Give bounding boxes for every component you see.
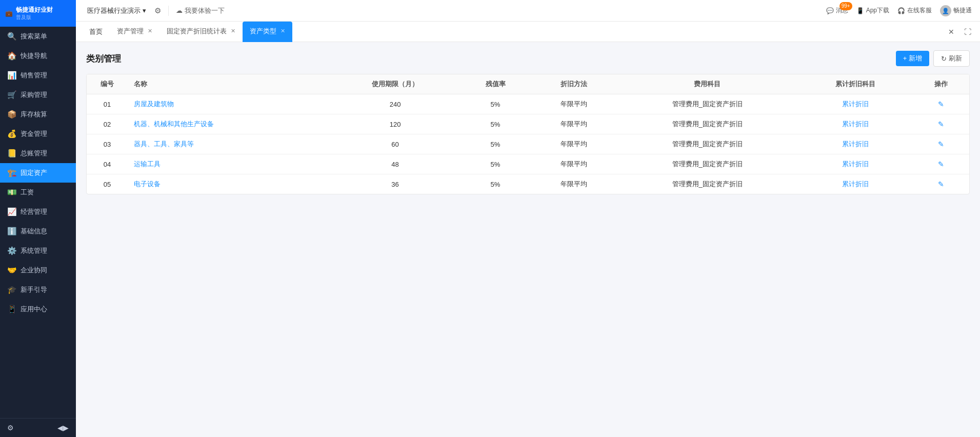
cell-action: ✎	[913, 114, 969, 134]
collapse-icon[interactable]: ◀▶	[57, 424, 69, 432]
cell-method: 年限平均	[531, 134, 616, 154]
service-icon: 🎧	[897, 7, 905, 14]
tab-depreciation[interactable]: 固定资产折旧统计表 ✕	[159, 22, 243, 42]
add-button[interactable]: + 新增	[896, 51, 929, 66]
cell-method: 年限平均	[531, 94, 616, 114]
tab-asset-type-close[interactable]: ✕	[281, 28, 285, 34]
cell-accumulated: 累计折旧	[798, 134, 913, 154]
app-download-label: App下载	[866, 6, 889, 15]
sidebar-menu: 🔍搜索菜单🏠快捷导航📊销售管理🛒采购管理📦库存核算💰资金管理📒总账管理🏗️固定资…	[0, 27, 76, 418]
edit-icon[interactable]: ✎	[938, 160, 944, 168]
edit-icon[interactable]: ✎	[938, 100, 944, 108]
cell-id: 04	[87, 154, 128, 174]
messages-badge: 99+	[839, 2, 852, 10]
tabbar: 首页 资产管理 ✕ 固定资产折旧统计表 ✕ 资产类型 ✕ ✕ ⛶	[76, 22, 980, 42]
sidebar-item-label: 库存核算	[21, 110, 47, 119]
quick_nav-icon: 🏠	[7, 51, 16, 61]
sidebar-item-search[interactable]: 🔍搜索菜单	[0, 27, 76, 46]
sidebar-item-label: 总账管理	[21, 149, 47, 158]
sidebar-item-finance[interactable]: 💰资金管理	[0, 124, 76, 144]
sidebar-item-payroll[interactable]: 💵工资	[0, 183, 76, 202]
sidebar-item-label: 采购管理	[21, 90, 47, 100]
edit-icon[interactable]: ✎	[938, 180, 944, 188]
table-header: 编号 名称 使用期限（月） 残值率 折旧方法 费用科目 累计折旧科目 操作	[87, 74, 969, 94]
table-row: 01 房屋及建筑物 240 5% 年限平均 管理费用_固定资产折旧 累计折旧 ✎	[87, 94, 969, 114]
cell-residual: 5%	[460, 154, 531, 174]
cell-accumulated: 累计折旧	[798, 114, 913, 134]
sidebar-item-app_center[interactable]: 📱应用中心	[0, 300, 76, 319]
sidebar-item-sales[interactable]: 📊销售管理	[0, 66, 76, 85]
sidebar-bottom: ⚙ ◀▶	[0, 418, 76, 437]
col-method: 折旧方法	[531, 74, 616, 94]
avatar: 👤	[940, 5, 951, 16]
sidebar-item-label: 基础信息	[21, 227, 47, 236]
expand-tab-btn[interactable]: ⛶	[962, 26, 974, 38]
cell-method: 年限平均	[531, 114, 616, 134]
gear-icon[interactable]: ⚙	[154, 6, 161, 15]
cell-id: 05	[87, 174, 128, 194]
tab-home[interactable]: 首页	[82, 22, 110, 42]
content-area: 类别管理 + 新增 ↻ 刷新 编号 名称 使用期限（月） 残值率 折旧方法	[76, 42, 980, 437]
divider	[168, 6, 169, 16]
refresh-button[interactable]: ↻ 刷新	[933, 50, 970, 67]
cell-method: 年限平均	[531, 174, 616, 194]
close-tab-btn[interactable]: ✕	[945, 26, 957, 38]
user-btn[interactable]: 👤 畅捷通	[940, 5, 972, 16]
sidebar-item-label: 应用中心	[21, 305, 47, 314]
fixed_asset-icon: 🏗️	[7, 168, 16, 177]
cell-id: 01	[87, 94, 128, 114]
sidebar-item-base_info[interactable]: ℹ️基础信息	[0, 222, 76, 241]
tab-asset-mgmt[interactable]: 资产管理 ✕	[110, 22, 159, 42]
sidebar-item-cooperation[interactable]: 🤝企业协同	[0, 261, 76, 280]
sidebar-item-inventory[interactable]: 📦库存核算	[0, 105, 76, 124]
settings-icon[interactable]: ⚙	[7, 424, 14, 432]
cell-accumulated: 累计折旧	[798, 94, 913, 114]
sidebar-item-fixed_asset[interactable]: 🏗️固定资产	[0, 163, 76, 183]
tab-asset-mgmt-close[interactable]: ✕	[148, 28, 152, 34]
search-icon: 🔍	[7, 32, 16, 41]
experience-btn[interactable]: ☁ 我要体验一下	[176, 6, 225, 15]
sidebar-item-guide[interactable]: 🎓新手引导	[0, 280, 76, 300]
customer-service-btn[interactable]: 🎧 在线客服	[897, 6, 932, 15]
cell-period: 60	[330, 134, 460, 154]
cell-expense: 管理费用_固定资产折旧	[616, 174, 798, 194]
cell-id: 03	[87, 134, 128, 154]
edit-icon[interactable]: ✎	[938, 140, 944, 148]
edit-icon[interactable]: ✎	[938, 120, 944, 128]
col-id: 编号	[87, 74, 128, 94]
sidebar-item-system[interactable]: ⚙️系统管理	[0, 241, 76, 261]
experience-label: 我要体验一下	[185, 6, 225, 15]
tab-asset-type[interactable]: 资产类型 ✕	[243, 22, 292, 42]
cell-name: 电子设备	[128, 174, 330, 194]
sidebar-item-operations[interactable]: 📈经营管理	[0, 202, 76, 222]
sidebar-item-label: 经营管理	[21, 207, 47, 216]
col-period: 使用期限（月）	[330, 74, 460, 94]
cell-residual: 5%	[460, 134, 531, 154]
main-area: 医疗器械行业演示 ▾ ⚙ ☁ 我要体验一下 💬 消息 99+ 📱 App下载 🎧…	[76, 0, 980, 437]
tab-home-label: 首页	[89, 27, 103, 36]
app-select[interactable]: 医疗器械行业演示 ▾	[84, 5, 149, 16]
page-actions: + 新增 ↻ 刷新	[896, 50, 970, 67]
cell-method: 年限平均	[531, 154, 616, 174]
sidebar: 💼 畅捷通好业财 普及版 🔍搜索菜单🏠快捷导航📊销售管理🛒采购管理📦库存核算💰资…	[0, 0, 76, 437]
system-icon: ⚙️	[7, 246, 16, 255]
cell-expense: 管理费用_固定资产折旧	[616, 94, 798, 114]
table-body: 01 房屋及建筑物 240 5% 年限平均 管理费用_固定资产折旧 累计折旧 ✎…	[87, 94, 969, 194]
tab-depreciation-close[interactable]: ✕	[231, 28, 235, 34]
asset-type-table: 编号 名称 使用期限（月） 残值率 折旧方法 费用科目 累计折旧科目 操作 01…	[86, 74, 970, 194]
sidebar-item-label: 搜索菜单	[21, 32, 47, 41]
cell-name: 机器、机械和其他生产设备	[128, 114, 330, 134]
sidebar-item-ledger[interactable]: 📒总账管理	[0, 144, 76, 163]
app-name: 畅捷通好业财	[16, 6, 53, 14]
sidebar-item-purchase[interactable]: 🛒采购管理	[0, 85, 76, 105]
ledger-icon: 📒	[7, 149, 16, 158]
username-label: 畅捷通	[953, 6, 972, 15]
messages-btn[interactable]: 💬 消息 99+	[826, 6, 848, 15]
tabbar-actions: ✕ ⛶	[945, 26, 974, 38]
cell-name: 房屋及建筑物	[128, 94, 330, 114]
sidebar-item-quick_nav[interactable]: 🏠快捷导航	[0, 46, 76, 66]
table-row: 05 电子设备 36 5% 年限平均 管理费用_固定资产折旧 累计折旧 ✎	[87, 174, 969, 194]
app-download-btn[interactable]: 📱 App下载	[856, 6, 889, 15]
purchase-icon: 🛒	[7, 90, 16, 100]
page-header: 类别管理 + 新增 ↻ 刷新	[86, 50, 970, 67]
